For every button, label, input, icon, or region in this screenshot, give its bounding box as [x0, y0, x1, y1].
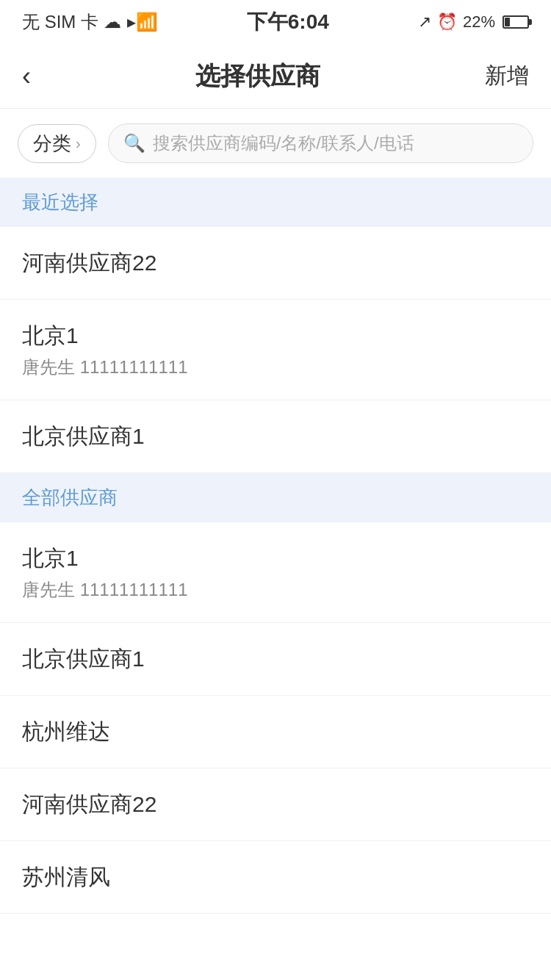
search-icon: 🔍 [123, 133, 145, 154]
all-list: 北京1 唐先生 11111111111 北京供应商1 杭州维达 河南供应商22 … [0, 522, 551, 914]
item-name: 北京1 [22, 320, 529, 351]
all-section-label: 全部供应商 [22, 486, 118, 508]
category-label: 分类 [33, 131, 71, 156]
list-item[interactable]: 北京1 唐先生 11111111111 [0, 522, 551, 623]
page-title: 选择供应商 [195, 60, 320, 93]
location-icon: ↗ [418, 12, 431, 32]
wifi-icon: ▸📶 [127, 12, 158, 32]
list-item[interactable]: 苏州清风 [0, 841, 551, 914]
all-section-header: 全部供应商 [0, 473, 551, 522]
search-box[interactable]: 🔍 搜索供应商编码/名称/联系人/电话 [108, 123, 533, 163]
search-placeholder: 搜索供应商编码/名称/联系人/电话 [153, 131, 414, 155]
list-item[interactable]: 河南供应商22 [0, 227, 551, 300]
battery-icon [503, 15, 529, 29]
status-bar: 无 SIM 卡 ☁ ▸📶 下午6:04 ↗ ⏰ 22% [0, 0, 551, 44]
status-right: ↗ ⏰ 22% [418, 12, 529, 32]
nav-bar: ‹ 选择供应商 新增 [0, 44, 551, 109]
recent-section-label: 最近选择 [22, 191, 98, 213]
recent-list: 河南供应商22 北京1 唐先生 11111111111 北京供应商1 [0, 227, 551, 473]
item-name: 杭州维达 [22, 716, 529, 747]
status-left: 无 SIM 卡 ☁ ▸📶 [22, 10, 158, 34]
add-button[interactable]: 新增 [485, 61, 529, 91]
status-time: 下午6:04 [247, 8, 329, 36]
battery-percent: 22% [463, 12, 495, 32]
item-name: 苏州清风 [22, 862, 529, 893]
filter-bar: 分类 › 🔍 搜索供应商编码/名称/联系人/电话 [0, 109, 551, 178]
item-sub: 唐先生 11111111111 [22, 578, 529, 602]
category-button[interactable]: 分类 › [18, 124, 96, 163]
item-name: 河南供应商22 [22, 789, 529, 820]
list-item[interactable]: 河南供应商22 [0, 768, 551, 841]
list-item[interactable]: 杭州维达 [0, 696, 551, 768]
list-item[interactable]: 北京供应商1 [0, 400, 551, 473]
item-name: 北京供应商1 [22, 421, 529, 452]
recent-section-header: 最近选择 [0, 178, 551, 227]
list-item[interactable]: 北京1 唐先生 11111111111 [0, 300, 551, 400]
alarm-icon: ⏰ [437, 12, 457, 32]
item-name: 河南供应商22 [22, 248, 529, 278]
chevron-right-icon: › [76, 135, 81, 152]
item-name: 北京供应商1 [22, 644, 529, 674]
no-sim-label: 无 SIM 卡 ☁ [22, 10, 121, 34]
item-name: 北京1 [22, 543, 529, 574]
item-sub: 唐先生 11111111111 [22, 356, 529, 379]
list-item[interactable]: 北京供应商1 [0, 623, 551, 696]
back-button[interactable]: ‹ [22, 61, 31, 92]
